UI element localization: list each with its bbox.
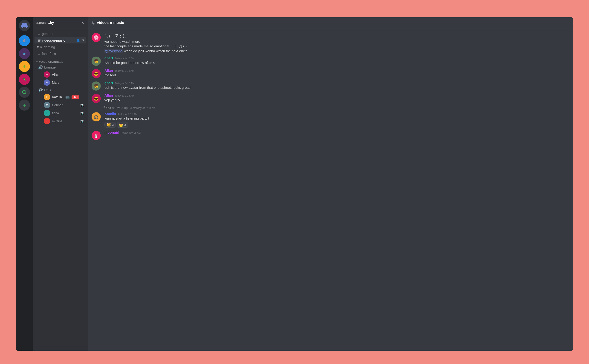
svg-text:🎧: 🎧 [94,115,99,119]
svg-text:🦎: 🦎 [23,78,26,81]
system-arrow-container: → [92,106,101,110]
svg-text:🐰: 🐰 [94,134,99,138]
avatar: 😎 [92,69,101,78]
voice-channel-lounge[interactable]: 🔊 Lounge [34,64,86,70]
svg-text:A: A [46,73,48,76]
message-content: gnarf Today at 9:18 AM Should be good to… [105,56,569,66]
channel-item-videos-n-music[interactable]: # videos-n-music 👤 ⚙ [34,37,86,44]
avatar: f [44,110,50,116]
message-username[interactable]: Allan [105,93,113,97]
voice-member-allan[interactable]: A Allan [34,71,86,78]
svg-point-8 [23,90,26,94]
add-icon: ＋ [22,101,27,109]
voice-channel-dnd[interactable]: 🔊 DnD [34,87,86,93]
message-content: Katelin Today at 9:18 AM wanna start a l… [105,112,569,128]
svg-text:😎: 😎 [94,97,99,101]
voice-member-mary[interactable]: M Mary [34,79,86,86]
message-group-prev: 🌸 ＼(；∇；)／ we need to watch more the last… [88,32,573,54]
svg-text:C: C [46,104,48,107]
reaction-emoji: 🐱 [106,123,111,127]
server-icon-home[interactable] [19,20,30,31]
system-username[interactable]: fiona [104,106,111,110]
channel-item-general[interactable]: # general [34,30,86,37]
voice-member-name: muffins [52,119,62,123]
channel-item-gaming[interactable]: # gaming [34,44,86,50]
voice-member-name: Katelin [52,95,62,99]
category-label: VOICE CHANNELS [39,60,63,63]
message-text-line2: the last couple eps made me so emotional… [105,44,569,49]
category-collapse-icon: ▾ [36,61,38,63]
server-icon-add[interactable]: ＋ [19,100,30,110]
app-container: ⛵ 🐟 🌵 🦎 [16,17,573,351]
svg-text:😎: 😎 [94,72,99,76]
message-timestamp: Today at 9:18 AM [115,57,135,60]
mention-everyone[interactable]: @everyone [105,49,123,53]
voice-member-katelin[interactable]: K Katelin 📹 LIVE [34,93,86,101]
system-timestamp: Yesterday at 2:38PM [130,106,155,110]
server-icon-fish[interactable]: 🐟 [19,48,30,59]
hash-icon: # [38,38,40,42]
message-group-katelin: 🎧 Katelin Today at 9:18 AM wanna start a… [88,111,573,129]
server-icon-sailboat[interactable]: ⛵ [19,35,30,46]
avatar: A [44,71,50,78]
hash-icon: # [40,45,42,49]
message-group-moongirl: 🐰 moongirl Today at 9:18 AM [88,130,573,141]
voice-member-name: Allan [52,73,59,76]
svg-text:🐟: 🐟 [23,52,26,55]
message-username[interactable]: Katelin [105,112,116,116]
message-timestamp: Today at 9:18 AM [115,82,135,84]
reaction-crown[interactable]: 👑 3 [117,122,128,128]
message-content: Allan Today at 9:18 AM me too! [105,69,569,78]
arrow-right-icon: → [94,106,98,110]
svg-text:K: K [46,96,48,99]
chevron-down-icon: ✕ [81,21,84,25]
voice-member-fiona[interactable]: f fiona 📷 [34,109,86,117]
server-icon-pink[interactable]: 🦎 [19,74,30,85]
server-name-header[interactable]: Space City ✕ [33,17,88,28]
system-message-text: fiona showed up! Yesterday at 2:38PM [104,106,155,110]
channel-name: general [42,32,53,36]
channel-item-food-fails[interactable]: # food-fails [34,50,86,57]
channel-sidebar: Space City ✕ # general # videos-n-music … [33,17,88,351]
message-text-line1: we need to watch more [105,39,569,44]
message-header: gnarf Today at 9:18 AM [105,81,569,85]
message-username[interactable]: moongirl [105,130,119,134]
add-member-icon[interactable]: 👤 [76,39,80,42]
reaction-count: 3 [112,123,114,126]
speaker-icon: 🔊 [38,65,43,69]
message-username[interactable]: gnarf [105,56,113,60]
message-text: yep yep ty [105,98,569,103]
server-divider [21,33,28,33]
server-sidebar: ⛵ 🐟 🌵 🦎 [16,17,33,351]
voice-member-name: Conner [52,103,63,107]
message-timestamp: Today at 9:18 AM [121,131,141,134]
voice-member-muffins[interactable]: m muffins 📷 [34,117,86,125]
reaction-cat[interactable]: 🐱 3 [105,122,116,128]
channel-name: videos-n-music [42,39,65,42]
message-header: gnarf Today at 9:18 AM [105,56,569,60]
svg-text:🌸: 🌸 [94,35,99,40]
message-group-allan-2: 😎 Allan Today at 9:18 AM yep yep ty [88,92,573,104]
hash-icon: # [38,32,40,36]
hash-icon: # [38,52,40,56]
channel-name: food-fails [42,52,56,56]
message-username[interactable]: Allan [105,69,113,72]
message-username[interactable]: gnarf [105,81,113,85]
settings-icon[interactable]: ⚙ [81,39,84,42]
messages-container[interactable]: 🌸 ＼(；∇；)／ we need to watch more the last… [88,28,573,351]
voice-member-name: Mary [52,81,59,84]
message-header: moongirl Today at 9:18 AM [105,130,569,134]
server-icon-explore[interactable] [19,87,30,98]
message-timestamp: Today at 9:18 AM [118,113,137,115]
voice-member-conner[interactable]: C Conner 📷 [34,101,86,109]
svg-text:M: M [46,81,48,84]
voice-member-name: fiona [52,111,59,115]
channel-name: gaming [44,45,55,49]
reaction-count: 3 [124,123,126,126]
voice-channels-category[interactable]: ▾ VOICE CHANNELS [33,60,88,63]
message-content: Allan Today at 9:18 AM yep yep ty [105,93,569,103]
message-text: wanna start a listening party? [105,116,569,121]
reaction-emoji: 👑 [119,123,123,127]
server-icon-yellow[interactable]: 🌵 [19,61,30,72]
message-group-gnarf-2: 👦 gnarf Today at 9:18 AM ooh is that new… [88,80,573,91]
